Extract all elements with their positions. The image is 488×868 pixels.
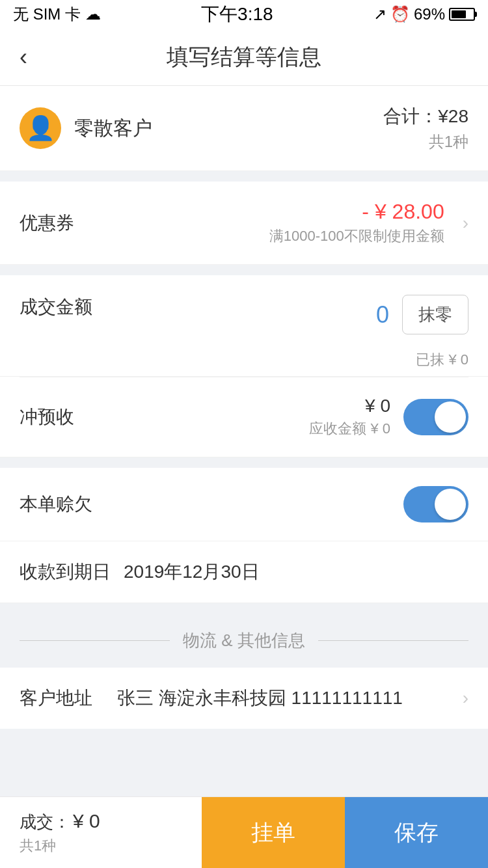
address-row[interactable]: 客户地址 张三 海淀永丰科技园 11111111111 › [0, 668, 488, 729]
hang-button-label: 挂单 [251, 818, 295, 848]
bottom-count: 共1种 [20, 836, 182, 856]
credit-right [403, 486, 468, 522]
page-title: 填写结算等信息 [167, 42, 321, 72]
deal-amount-value[interactable]: 0 [376, 301, 389, 329]
credit-toggle[interactable] [403, 486, 468, 522]
customer-row[interactable]: 👤 零散客户 合计：¥28 共1种 [0, 86, 488, 171]
logistics-line-left [20, 640, 170, 641]
save-button-label: 保存 [394, 818, 439, 848]
customer-total: 合计：¥28 [383, 104, 468, 129]
prepayment-label: 冲预收 [20, 405, 98, 429]
coupon-discount-desc: 满1000-100不限制使用金额 [269, 226, 444, 246]
due-date-value: 2019年12月30日 [124, 560, 260, 584]
location-icon: ↗ [373, 5, 386, 23]
coupon-discount-amount: - ¥ 28.00 [269, 200, 444, 224]
bottom-deal-line: 成交： ¥ 0 [20, 810, 182, 834]
no-sim-label: 无 SIM 卡 ☁ [13, 4, 101, 25]
logistics-header: 物流 & 其他信息 [0, 614, 488, 668]
credit-row: 本单赊欠 [0, 468, 488, 541]
coupon-row[interactable]: 优惠券 - ¥ 28.00 满1000-100不限制使用金额 › [0, 182, 488, 265]
coupon-right: - ¥ 28.00 满1000-100不限制使用金额 › [269, 200, 468, 246]
customer-section: 👤 零散客户 合计：¥28 共1种 [0, 86, 488, 171]
main-content: 👤 零散客户 合计：¥28 共1种 优惠券 - ¥ 28.00 满1000-10… [0, 86, 488, 868]
customer-name: 零散客户 [74, 115, 152, 142]
credit-label: 本单赊欠 [20, 492, 98, 517]
address-label: 客户地址 [20, 686, 98, 711]
address-arrow-icon: › [463, 688, 468, 709]
deal-amount-right: 0 抹零 已抹 ¥ 0 [376, 295, 468, 370]
battery-percent: 69% [414, 5, 445, 23]
customer-left: 👤 零散客户 [20, 107, 152, 149]
customer-count: 共1种 [383, 131, 468, 152]
amount-section: 成交金额 0 抹零 已抹 ¥ 0 冲预收 ¥ 0 应收金额 ¥ 0 [0, 275, 488, 457]
status-bar: 无 SIM 卡 ☁ 下午3:18 ↗ ⏰ 69% [0, 0, 488, 29]
credit-toggle-thumb [435, 489, 466, 520]
status-right: ↗ ⏰ 69% [373, 5, 475, 23]
avatar-icon: 👤 [26, 115, 55, 142]
address-section: 客户地址 张三 海淀永丰科技园 11111111111 › [0, 668, 488, 729]
bottom-bar: 成交： ¥ 0 共1种 挂单 保存 [0, 796, 488, 868]
deal-amount-label: 成交金额 [20, 295, 98, 319]
coupon-arrow-icon: › [463, 213, 468, 234]
logistics-title: 物流 & 其他信息 [183, 629, 305, 652]
prepayment-row: 冲预收 ¥ 0 应收金额 ¥ 0 [0, 377, 488, 457]
prepayment-sub: 应收金额 ¥ 0 [309, 419, 390, 439]
nav-bar: ‹ 填写结算等信息 [0, 29, 488, 86]
prepayment-right: ¥ 0 应收金额 ¥ 0 [309, 396, 468, 439]
back-button[interactable]: ‹ [20, 44, 59, 71]
deal-amount-sub: 已抹 ¥ 0 [416, 350, 468, 370]
prepayment-amount: ¥ 0 [309, 396, 390, 416]
customer-right: 合计：¥28 共1种 [383, 104, 468, 152]
bottom-deal-amount: ¥ 0 [73, 810, 100, 832]
customer-avatar: 👤 [20, 107, 61, 149]
credit-section: 本单赊欠 收款到期日 2019年12月30日 [0, 468, 488, 603]
battery-icon [449, 8, 475, 21]
coupon-value-wrap: - ¥ 28.00 满1000-100不限制使用金额 [269, 200, 444, 246]
address-value: 张三 海淀永丰科技园 11111111111 [117, 686, 457, 711]
deal-amount-row: 成交金额 0 抹零 已抹 ¥ 0 [0, 275, 488, 377]
prepayment-toggle[interactable] [403, 399, 468, 435]
save-button[interactable]: 保存 [345, 797, 488, 868]
due-date-row[interactable]: 收款到期日 2019年12月30日 [0, 541, 488, 603]
logistics-line-right [318, 640, 468, 641]
toggle-thumb [435, 401, 466, 433]
hang-button[interactable]: 挂单 [202, 797, 345, 868]
alarm-icon: ⏰ [390, 5, 410, 23]
coupon-section: 优惠券 - ¥ 28.00 满1000-100不限制使用金额 › [0, 182, 488, 265]
bottom-deal-label: 成交： [20, 811, 70, 834]
status-left: 无 SIM 卡 ☁ [13, 4, 101, 25]
bottom-summary: 成交： ¥ 0 共1种 [0, 797, 202, 868]
prepayment-value-wrap: ¥ 0 应收金额 ¥ 0 [309, 396, 390, 439]
coupon-label: 优惠券 [20, 211, 98, 236]
round-zero-button[interactable]: 抹零 [402, 295, 468, 334]
status-time: 下午3:18 [201, 2, 273, 27]
due-date-label: 收款到期日 [20, 560, 111, 584]
